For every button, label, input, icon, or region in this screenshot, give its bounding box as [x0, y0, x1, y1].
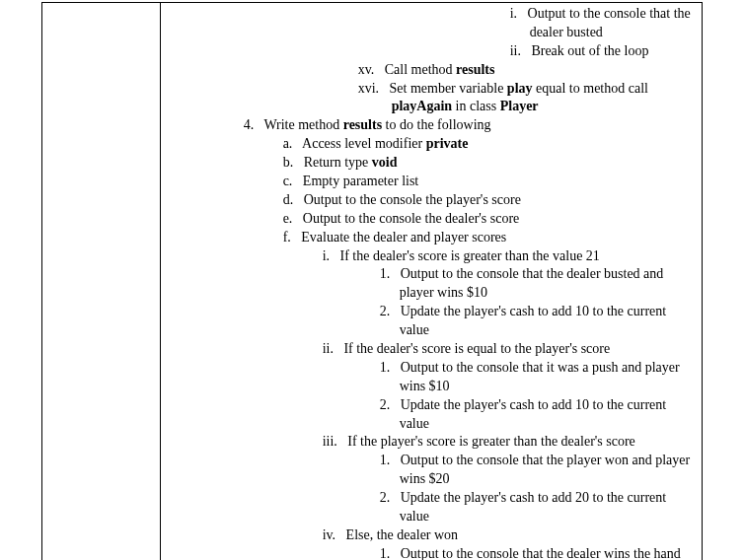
item-xvi: xvi. Set member variable play equal to m… — [165, 80, 698, 99]
item-4f-iv: iv. Else, the dealer won — [165, 526, 698, 545]
item-4f-iii-1: 1. Output to the console that the player… — [165, 452, 698, 489]
item-4a: a. Access level modifier private — [165, 135, 698, 154]
item-4f-iii: iii. If the player's score is greater th… — [165, 433, 698, 452]
item-top-ii: ii. Break out of the loop — [165, 42, 698, 61]
item-4f-ii: ii. If the dealer's score is equal to th… — [165, 340, 698, 359]
item-xvi-cont: playAgain in class Player — [165, 98, 698, 116]
text: Break out of the loop — [531, 43, 648, 58]
text: Output to the console that the dealer bu… — [528, 6, 691, 39]
item-4c: c. Empty parameter list — [165, 173, 698, 191]
item-4f-iv-1: 1. Output to the console that the dealer… — [165, 545, 698, 560]
item-4f-i: i. If the dealer's score is greater than… — [165, 247, 698, 266]
item-4f-i-1: 1. Output to the console that the dealer… — [165, 265, 698, 303]
item-4f-ii-2: 2. Update the player's cash to add 10 to… — [165, 396, 698, 434]
spec-table: i. Output to the console that the dealer… — [41, 2, 703, 560]
content-main: i. Output to the console that the dealer… — [160, 3, 702, 561]
item-4: 4. Write method results to do the follow… — [165, 116, 698, 135]
label-col-empty — [42, 3, 161, 561]
item-4f-ii-1: 1. Output to the console that it was a p… — [165, 359, 698, 396]
item-top-i: i. Output to the console that the dealer… — [165, 5, 698, 42]
item-4f-i-2: 2. Update the player's cash to add 10 to… — [165, 303, 698, 340]
item-4b: b. Return type void — [165, 154, 698, 173]
item-xv: xv. Call method results — [165, 61, 698, 80]
item-4e: e. Output to the console the dealer's sc… — [165, 210, 698, 229]
item-4f: f. Evaluate the dealer and player scores — [165, 229, 698, 247]
text: Call method — [385, 62, 456, 77]
bold: results — [456, 62, 494, 77]
item-4d: d. Output to the console the player's sc… — [165, 191, 698, 210]
item-4f-iii-2: 2. Update the player's cash to add 20 to… — [165, 489, 698, 526]
row-main: i. Output to the console that the dealer… — [42, 3, 703, 561]
